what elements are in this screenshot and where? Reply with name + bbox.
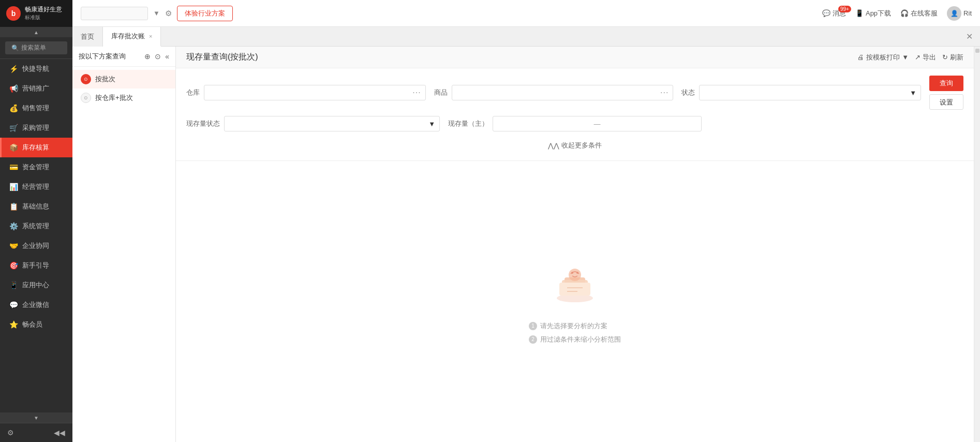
avatar-icon: 👤	[951, 10, 958, 17]
sidebar-item-label: 企业微信	[22, 300, 49, 310]
sidebar-item-label: 快捷导航	[22, 64, 49, 73]
inventory-qty-range[interactable]: —	[493, 116, 702, 131]
sidebar-item-purchase[interactable]: 🛒 采购管理	[0, 118, 72, 138]
collapse-sidebar-icon[interactable]: ◀◀	[54, 429, 65, 437]
sidebar-item-wechat[interactable]: 💬 企业微信	[0, 295, 72, 315]
plan-batch-label: 按批次	[95, 75, 115, 84]
right-scrollbar[interactable]	[974, 47, 980, 442]
topbar-right: 💬 消息 99+ 📱 App下载 🎧 在线客服 👤 Rit	[822, 6, 972, 21]
tip-num-1: 1	[529, 322, 537, 330]
empty-tips: 1 请先选择要分析的方案 2 用过滤条件来缩小分析范围	[529, 321, 621, 344]
sidebar-search[interactable]: 🔍 搜索菜单	[0, 37, 72, 59]
tab-close-icon[interactable]: ×	[149, 33, 152, 39]
plan-item-warehouse-batch[interactable]: ⊙ 按仓库+批次	[72, 89, 175, 107]
enterprise-icon: 🤝	[9, 241, 18, 251]
system-icon: ⚙️	[9, 222, 18, 231]
svg-point-5	[571, 272, 573, 274]
add-plan-icon[interactable]: ⊕	[144, 52, 151, 61]
export-icon: ↗	[915, 53, 920, 61]
sidebar-nav: ⚡ 快捷导航 📢 营销推广 💰 销售管理 🛒 采购管理 📦 库存核算 💳 资金管…	[0, 59, 72, 412]
print-btn[interactable]: 🖨 按模板打印 ▼	[857, 53, 909, 62]
settings-plan-icon[interactable]: ⊙	[155, 52, 161, 61]
experience-btn[interactable]: 体验行业方案	[177, 6, 233, 21]
svg-point-6	[576, 272, 578, 274]
topbar-gear-icon[interactable]: ⚙	[165, 9, 172, 18]
sidebar-item-member[interactable]: ⭐ 畅会员	[0, 315, 72, 334]
query-btn[interactable]: 查询	[929, 76, 963, 91]
page-header: 现存量查询(按批次) 🖨 按模板打印 ▼ ↗ 导出 ↻ 刷新	[176, 47, 974, 68]
refresh-icon: ↻	[942, 53, 948, 61]
sidebar-item-inventory[interactable]: 📦 库存核算	[0, 138, 72, 157]
status-filter: 状态 ▼	[681, 85, 921, 100]
sidebar-item-app-center[interactable]: 📱 应用中心	[0, 275, 72, 295]
left-panel-header: 按以下方案查询 ⊕ ⊙ «	[72, 47, 175, 67]
left-panel-title: 按以下方案查询	[79, 52, 126, 61]
sidebar-item-finance[interactable]: 💳 资金管理	[0, 157, 72, 177]
inventory-status-select[interactable]: ▼	[224, 116, 440, 131]
sidebar-item-quick-nav[interactable]: ⚡ 快捷导航	[0, 59, 72, 79]
refresh-btn[interactable]: ↻ 刷新	[942, 53, 963, 62]
settings-icon[interactable]: ⚙	[7, 429, 14, 437]
search-menu-btn[interactable]: 🔍 搜索菜单	[5, 41, 67, 54]
status-select[interactable]: ▼	[699, 85, 921, 100]
tab-home[interactable]: 首页	[72, 27, 103, 47]
export-btn[interactable]: ↗ 导出	[915, 53, 936, 62]
filter-row-2: 现存量状态 ▼ 现存量（主） —	[186, 116, 963, 131]
tab-inventory-batch[interactable]: 库存批次账 ×	[103, 27, 161, 47]
tip-text-2: 用过滤条件来缩小分析范围	[540, 335, 621, 344]
collapse-panel-icon[interactable]: «	[165, 52, 169, 61]
newbie-icon: 🎯	[9, 261, 18, 270]
purchase-icon: 🛒	[9, 123, 18, 132]
goods-more-icon[interactable]: ···	[660, 88, 669, 97]
scrollbar-thumb[interactable]	[975, 49, 979, 53]
collapse-filter-btn[interactable]: ⋀⋀ 收起更多条件	[186, 138, 963, 153]
left-panel: 按以下方案查询 ⊕ ⊙ « ⊙ 按批次 ⊙ 按仓库+批次	[72, 47, 176, 442]
page-title: 现存量查询(按批次)	[186, 52, 258, 63]
sidebar-scroll-down[interactable]: ▼	[0, 412, 72, 423]
plan-warehouse-label: 按仓库+批次	[95, 93, 133, 102]
operations-icon: 📊	[9, 182, 18, 191]
messages-btn[interactable]: 💬 消息 99+	[822, 9, 846, 18]
online-service-btn[interactable]: 🎧 在线客服	[900, 9, 938, 18]
message-icon: 💬	[822, 9, 830, 17]
goods-filter: 商品 ···	[434, 85, 674, 100]
sidebar-item-label: 基础信息	[22, 202, 49, 211]
left-panel-actions: ⊕ ⊙ «	[144, 52, 169, 61]
sidebar-item-enterprise[interactable]: 🤝 企业协同	[0, 236, 72, 256]
sidebar-item-newbie[interactable]: 🎯 新手引导	[0, 256, 72, 275]
warehouse-input[interactable]: ···	[204, 85, 426, 100]
quick-nav-icon: ⚡	[9, 64, 18, 73]
sidebar-footer: ⚙ ◀◀	[0, 423, 72, 442]
sidebar-item-sales[interactable]: 💰 销售管理	[0, 98, 72, 118]
tabs-bar: 首页 库存批次账 × ✕	[72, 27, 980, 47]
marketing-icon: 📢	[9, 84, 18, 93]
app-center-icon: 📱	[9, 281, 18, 290]
goods-input[interactable]: ···	[452, 85, 674, 100]
print-dropdown-icon[interactable]: ▼	[902, 53, 909, 61]
inventory-status-label: 现存量状态	[186, 119, 220, 128]
topbar-search-input[interactable]	[81, 7, 148, 20]
empty-illustration	[549, 259, 601, 311]
sidebar-item-marketing[interactable]: 📢 营销推广	[0, 79, 72, 98]
topbar-dropdown-arrow[interactable]: ▼	[153, 9, 160, 17]
sidebar-item-label: 营销推广	[22, 84, 49, 93]
topbar: ▼ ⚙ 体验行业方案 💬 消息 99+ 📱 App下载 🎧 在线客服 👤	[72, 0, 980, 27]
panel-close-btn[interactable]: ✕	[959, 32, 980, 41]
plan-item-batch[interactable]: ⊙ 按批次	[72, 70, 175, 89]
settings-btn[interactable]: 设置	[929, 94, 963, 110]
inventory-qty-filter: 现存量（主） —	[448, 116, 702, 131]
phone-icon: 📱	[855, 9, 864, 17]
svg-rect-3	[559, 283, 590, 296]
sidebar-item-basic[interactable]: 📋 基础信息	[0, 197, 72, 216]
tab-home-label: 首页	[81, 32, 94, 41]
print-label: 按模板打印	[866, 53, 900, 62]
sidebar-item-system[interactable]: ⚙️ 系统管理	[0, 216, 72, 236]
warehouse-more-icon[interactable]: ···	[412, 88, 421, 97]
app-download-btn[interactable]: 📱 App下载	[855, 9, 891, 18]
qty-range-dash: —	[594, 120, 601, 128]
avatar: 👤	[947, 6, 961, 21]
sidebar: b 畅康通好生意 标准版 ▲ 🔍 搜索菜单 ⚡ 快捷导航 📢 营销推广 💰 销售…	[0, 0, 72, 442]
sidebar-item-operations[interactable]: 📊 经营管理	[0, 177, 72, 197]
sidebar-scroll-up[interactable]: ▲	[0, 27, 72, 37]
user-avatar-btn[interactable]: 👤 Rit	[947, 6, 972, 21]
